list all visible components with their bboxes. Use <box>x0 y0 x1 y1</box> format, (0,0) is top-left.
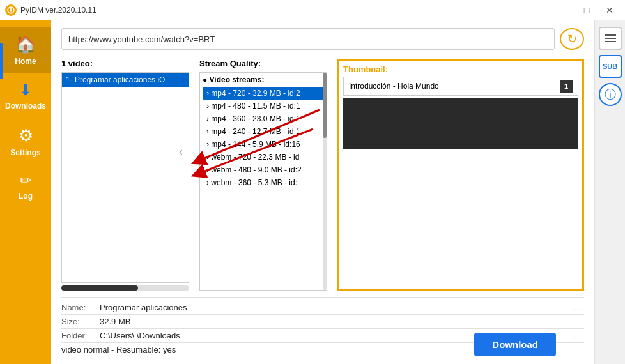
subtitle-button[interactable]: SUB <box>599 55 622 78</box>
content-area: ↻ 1 video: 1- Programar aplicaciones iO … <box>51 20 594 364</box>
url-input[interactable] <box>61 28 555 50</box>
home-label: Home <box>15 57 36 66</box>
download-button[interactable]: Download <box>474 333 556 356</box>
name-row: Name: Programar aplicaciones ... <box>61 303 584 312</box>
list-item[interactable]: › mp4 - 480 - 11.5 MB - id:1 <box>203 100 324 112</box>
maximize-button[interactable]: □ <box>576 1 597 19</box>
divider-2 <box>61 328 584 329</box>
scrollbar-thumb <box>61 285 138 291</box>
folder-value: C:\Users\ \Downloads <box>100 331 180 340</box>
url-bar-row: ↻ <box>61 28 584 50</box>
list-item[interactable]: › mp4 - 720 - 32.9 MB - id:2 <box>203 87 324 100</box>
refresh-button[interactable]: ↻ <box>560 28 584 50</box>
thumbnail-number: 1 <box>560 80 573 93</box>
app-title: PyIDM ver.2020.10.11 <box>20 6 553 15</box>
log-label: Log <box>19 192 33 201</box>
video-list-scrollbar[interactable] <box>61 285 189 291</box>
list-item[interactable]: › webm - 360 - 5.3 MB - id: <box>203 176 324 189</box>
thumbnail-video-title: Introducción - Hola Mundo <box>349 82 439 91</box>
size-value: 32.9 MB <box>100 317 130 326</box>
thumbnail-panel: Thumbnail: Introducción - Hola Mundo 1 <box>337 59 584 291</box>
stream-scrollbar[interactable] <box>323 73 327 290</box>
thumbnail-title-bar: Introducción - Hola Mundo 1 <box>343 77 578 96</box>
log-icon: ✏ <box>20 172 31 189</box>
info-icon: ⓘ <box>605 87 616 102</box>
downloads-icon: ⬇ <box>19 81 32 99</box>
stream-quality-title: Stream Quality: <box>199 59 327 68</box>
collapse-arrow[interactable]: ‹ <box>179 145 183 158</box>
sidebar-item-home[interactable]: 🏠 Home <box>0 27 51 73</box>
type-value: video normal - Resumable: yes <box>61 345 176 354</box>
list-view-button[interactable] <box>599 27 622 50</box>
video-list-title: 1 video: <box>61 59 189 68</box>
thumbnail-image-area <box>343 98 578 149</box>
list-item[interactable]: 1- Programar aplicaciones iO <box>62 73 189 87</box>
list-item[interactable]: › mp4 - 240 - 12.7 MB - id:1 <box>203 125 324 138</box>
video-list-box[interactable]: 1- Programar aplicaciones iO <box>61 72 189 283</box>
sidebar-item-downloads[interactable]: ⬇ Downloads <box>0 73 51 118</box>
sub-label: SUB <box>603 63 617 70</box>
name-label: Name: <box>61 303 100 312</box>
home-icon: 🏠 <box>15 34 36 54</box>
stream-quality-box[interactable]: ● Video streams: › mp4 - 720 - 32.9 MB -… <box>199 72 327 291</box>
main-layout: 🏠 Home ⬇ Downloads ⚙ Settings ✏ Log ↻ 1 … <box>0 20 625 364</box>
sidebar-item-settings[interactable]: ⚙ Settings <box>0 118 51 165</box>
active-indicator <box>0 43 3 79</box>
app-icon <box>5 4 17 16</box>
size-row: Size: 32.9 MB <box>61 317 584 326</box>
name-value: Programar aplicaciones <box>100 303 187 312</box>
folder-label: Folder: <box>61 331 100 340</box>
downloads-label: Downloads <box>5 102 46 110</box>
close-button[interactable]: ✕ <box>599 1 620 19</box>
settings-label: Settings <box>10 148 40 157</box>
minimize-button[interactable]: — <box>553 1 574 19</box>
divider-1 <box>61 314 584 315</box>
folder-ellipsis[interactable]: ... <box>573 331 584 340</box>
settings-icon: ⚙ <box>19 126 33 146</box>
svg-point-2 <box>10 11 12 13</box>
thumbnail-box: Thumbnail: Introducción - Hola Mundo 1 <box>337 59 584 291</box>
stream-scrollbar-thumb <box>323 73 327 138</box>
list-item[interactable]: › mp4 - 360 - 23.0 MB - id:1 <box>203 112 324 125</box>
video-list-panel: 1 video: 1- Programar aplicaciones iO ‹ <box>61 59 189 291</box>
sidebar: 🏠 Home ⬇ Downloads ⚙ Settings ✏ Log <box>0 20 51 364</box>
stream-quality-panel: Stream Quality: ● Video streams: › mp4 -… <box>199 59 327 291</box>
info-button[interactable]: ⓘ <box>599 83 622 106</box>
list-item[interactable]: › mp4 - 144 - 5.9 MB - id:16 <box>203 138 324 151</box>
sidebar-item-log[interactable]: ✏ Log <box>0 165 51 208</box>
right-toolbar: SUB ⓘ <box>594 20 625 364</box>
name-ellipsis[interactable]: ... <box>573 303 584 312</box>
titlebar: PyIDM ver.2020.10.11 — □ ✕ <box>0 0 625 20</box>
middle-section: 1 video: 1- Programar aplicaciones iO ‹ … <box>61 59 584 291</box>
window-controls: — □ ✕ <box>553 1 620 19</box>
list-item[interactable]: › webm - 480 - 9.0 MB - id:2 <box>203 163 324 176</box>
stream-section-label: ● Video streams: <box>203 75 324 84</box>
size-label: Size: <box>61 317 100 326</box>
list-icon <box>605 34 616 43</box>
thumbnail-label: Thumbnail: <box>343 64 578 74</box>
list-item[interactable]: › webm - 720 - 22.3 MB - id <box>203 151 324 163</box>
